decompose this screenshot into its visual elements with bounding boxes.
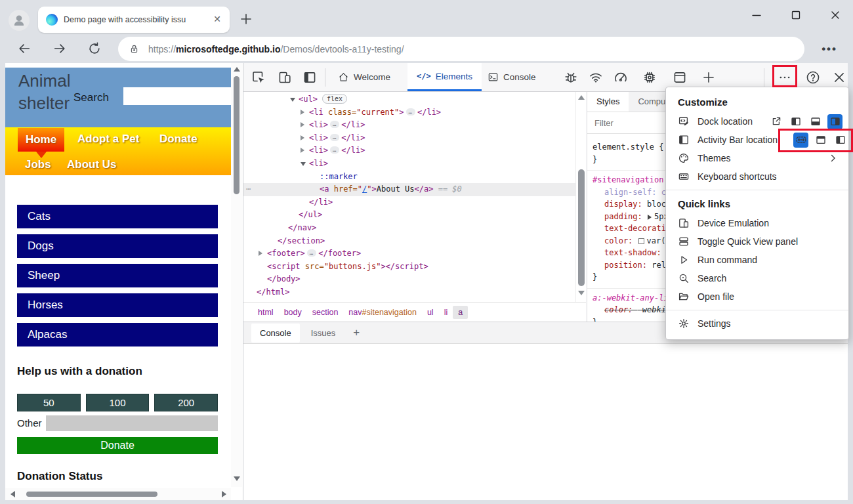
bar-side-option[interactable] — [833, 133, 848, 148]
drawer-tab-issues[interactable]: Issues — [302, 324, 344, 343]
category-button-sheep[interactable]: Sheep — [17, 264, 218, 287]
expand-arrow-icon[interactable] — [259, 251, 262, 256]
amount-button-50[interactable]: 50 — [17, 394, 81, 411]
scroll-up-arrow[interactable] — [578, 95, 585, 100]
scroll-thumb[interactable] — [578, 169, 585, 286]
menu-item-settings[interactable]: Settings — [666, 314, 848, 333]
activity-bar-toggle-icon[interactable] — [302, 70, 317, 85]
reload-button[interactable] — [87, 41, 102, 56]
browser-menu-button[interactable]: ••• — [822, 43, 837, 56]
breadcrumb-item-a[interactable]: a — [453, 306, 468, 319]
expand-arrow-icon[interactable] — [301, 110, 304, 115]
elements-tree-row[interactable]: <li> — [243, 158, 575, 171]
lock-icon[interactable] — [129, 43, 140, 54]
row-options-icon[interactable]: ⋯ — [246, 183, 251, 196]
scroll-thumb[interactable] — [26, 492, 157, 497]
elements-tree-row[interactable]: </section> — [243, 235, 575, 248]
breadcrumb-item-section[interactable]: section — [307, 306, 344, 319]
expand-arrow-icon[interactable] — [301, 148, 304, 153]
donate-button[interactable]: Donate — [17, 437, 218, 454]
forward-button[interactable] — [52, 41, 67, 56]
elements-tree-row[interactable]: <li class="current">…</li> — [243, 106, 575, 119]
elements-tree-row[interactable]: ⋯<a href="/">About Us</a> == $0 — [243, 183, 575, 196]
search-input[interactable] — [123, 87, 231, 105]
scroll-down-arrow[interactable] — [234, 476, 240, 481]
minimize-button[interactable] — [751, 9, 762, 21]
elements-tree-row[interactable]: ::marker — [243, 171, 575, 184]
nav-link-jobs[interactable]: Jobs — [25, 158, 51, 171]
nav-link-adopt[interactable]: Adopt a Pet — [77, 133, 139, 146]
memory-chip-icon[interactable] — [642, 70, 657, 85]
scroll-right-arrow[interactable] — [222, 491, 226, 497]
elements-tree-row[interactable]: <li>…</li> — [243, 144, 575, 158]
new-tab-button[interactable] — [239, 12, 253, 26]
amount-button-200[interactable]: 200 — [154, 394, 218, 411]
elements-tree-row[interactable]: </nav> — [243, 222, 575, 235]
elements-tree-row[interactable]: <li>…</li> — [243, 119, 575, 132]
amount-button-100[interactable]: 100 — [86, 394, 150, 411]
elements-tree-row[interactable]: <ul>flex — [243, 93, 575, 106]
page-horizontal-scrollbar[interactable] — [5, 488, 231, 500]
collapse-arrow-icon[interactable] — [290, 98, 295, 102]
scroll-left-arrow[interactable] — [10, 491, 15, 497]
performance-icon[interactable] — [614, 70, 628, 85]
help-icon[interactable] — [806, 70, 820, 85]
expand-arrow-icon[interactable] — [301, 135, 304, 140]
menu-item-device-emulation[interactable]: Device Emulation — [666, 214, 848, 232]
elements-tree-row[interactable]: </li> — [243, 196, 575, 209]
nav-link-about[interactable]: About Us — [67, 158, 117, 171]
menu-item-open-file[interactable]: Open file — [666, 287, 848, 306]
scroll-down-arrow[interactable] — [578, 291, 585, 295]
debugger-bug-icon[interactable] — [564, 70, 578, 85]
breadcrumb-item-ul[interactable]: ul — [422, 306, 439, 319]
network-conditions-icon[interactable] — [589, 70, 603, 85]
dock-right-option[interactable] — [827, 114, 843, 129]
maximize-button[interactable] — [790, 9, 802, 21]
more-tools-add-icon[interactable] — [701, 70, 716, 85]
collapse-arrow-icon[interactable] — [301, 162, 306, 166]
address-bar[interactable]: https://microsoftedge.github.io/Demos/de… — [118, 37, 804, 61]
menu-item-keyboard-shortcuts[interactable]: Keyboard shortcuts — [666, 167, 848, 186]
menu-item-run-command[interactable]: Run command — [666, 251, 848, 269]
tab-close-icon[interactable]: ✕ — [211, 14, 223, 26]
breadcrumb-item-nav[interactable]: nav#sitenavigation — [343, 306, 422, 319]
back-button[interactable] — [17, 41, 31, 56]
other-amount-input[interactable] — [46, 415, 218, 431]
devtools-tab-elements[interactable]: </>Elements — [407, 63, 482, 91]
menu-item-dock-location[interactable]: Dock location — [666, 112, 848, 131]
bar-horizontal-option[interactable] — [793, 133, 808, 148]
customize-devtools-button[interactable] — [778, 70, 792, 85]
category-button-horses[interactable]: Horses — [17, 293, 218, 317]
tree-scrollbar[interactable] — [575, 92, 586, 302]
breadcrumb-item-body[interactable]: body — [279, 306, 307, 319]
elements-tree-row[interactable]: <script src="buttons.js"></script> — [243, 261, 575, 274]
breadcrumb-item-li[interactable]: li — [439, 306, 453, 319]
styles-sidebar-tab-styles[interactable]: Styles — [587, 92, 629, 112]
profile-avatar[interactable] — [9, 10, 30, 31]
menu-item-search[interactable]: Search — [666, 269, 848, 287]
scroll-thumb[interactable] — [234, 76, 239, 194]
inspect-element-icon[interactable] — [251, 70, 266, 85]
layout-panel-icon[interactable] — [673, 70, 687, 85]
menu-item-activity-bar-location[interactable]: Activity Bar location — [666, 131, 848, 149]
elements-tree-row[interactable]: <li>…</li> — [243, 132, 575, 145]
devtools-tab-console[interactable]: Console — [478, 63, 545, 91]
scroll-up-arrow[interactable] — [234, 67, 240, 72]
dock-left-option[interactable] — [788, 114, 803, 129]
drawer-tab-console[interactable]: Console — [251, 324, 300, 343]
nav-home-chip[interactable]: Home — [18, 128, 64, 152]
expand-arrow-icon[interactable] — [301, 122, 304, 127]
device-toolbar-icon[interactable] — [278, 70, 292, 85]
add-drawer-tab-button[interactable]: + — [346, 326, 366, 339]
close-devtools-icon[interactable] — [832, 70, 846, 85]
nav-link-donate[interactable]: Donate — [159, 133, 198, 146]
elements-tree-row[interactable]: </body> — [243, 273, 575, 286]
close-window-button[interactable] — [829, 9, 841, 21]
dock-bottom-option[interactable] — [808, 114, 823, 129]
category-button-cats[interactable]: Cats — [17, 205, 218, 228]
devtools-tab-welcome[interactable]: Welcome — [329, 63, 400, 91]
page-vertical-scrollbar[interactable] — [231, 63, 242, 487]
breadcrumb-item-html[interactable]: html — [253, 306, 279, 319]
bar-top-option[interactable] — [813, 133, 828, 148]
elements-tree-row[interactable]: <footer>…</footer> — [243, 247, 575, 261]
